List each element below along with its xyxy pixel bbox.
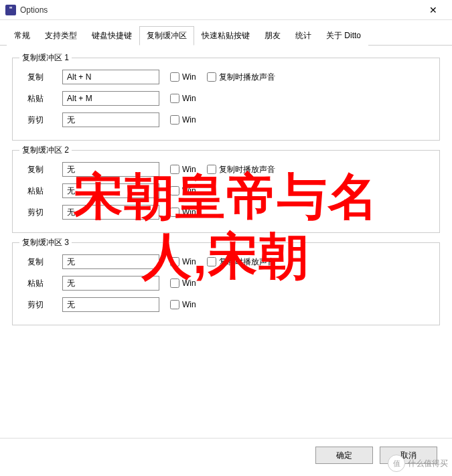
cut-win-checkbox[interactable]: Win: [170, 300, 196, 309]
copy-sound-checkbox[interactable]: 复制时播放声音: [207, 256, 275, 268]
copy-input[interactable]: [62, 70, 159, 84]
close-icon: ✕: [429, 5, 437, 15]
cut-input[interactable]: [62, 205, 159, 220]
tab-panel: 复制缓冲区 1 复制 Win 复制时播放声音 粘贴 Win 剪切 Win 复制缓…: [0, 46, 452, 325]
paste-win-checkbox[interactable]: Win: [170, 186, 196, 195]
button-bar: 确定 取消: [0, 438, 452, 464]
close-button[interactable]: ✕: [420, 0, 447, 20]
cut-label: 剪切: [22, 207, 62, 218]
buffer-group-2: 复制缓冲区 2 复制 Win 复制时播放声音 粘贴 Win 剪切 Win: [12, 150, 440, 233]
copy-row: 复制 Win 复制时播放声音: [22, 66, 430, 88]
cut-row: 剪切 Win: [22, 109, 430, 131]
cut-row: 剪切 Win: [22, 294, 430, 315]
cut-label: 剪切: [22, 114, 62, 126]
group-legend: 复制缓冲区 3: [19, 237, 72, 248]
paste-label: 粘贴: [22, 93, 62, 104]
app-icon: ": [5, 5, 16, 15]
paste-row: 粘贴 Win: [22, 272, 430, 294]
copy-win-checkbox[interactable]: Win: [170, 165, 196, 174]
cut-win-checkbox[interactable]: Win: [170, 208, 196, 217]
tab-shortcuts[interactable]: 键盘快捷键: [84, 26, 139, 46]
cut-input[interactable]: [62, 112, 159, 127]
tab-types[interactable]: 支持类型: [37, 26, 84, 46]
titlebar: " Options ✕: [0, 0, 452, 20]
group-legend: 复制缓冲区 1: [19, 52, 72, 64]
group-legend: 复制缓冲区 2: [19, 145, 72, 156]
copy-label: 复制: [22, 164, 62, 175]
paste-row: 粘贴 Win: [22, 180, 430, 202]
window-title: Options: [20, 5, 420, 15]
copy-sound-checkbox[interactable]: 复制时播放声音: [207, 72, 275, 83]
tab-quick-paste[interactable]: 快速粘贴按键: [194, 26, 257, 46]
copy-row: 复制 Win 复制时播放声音: [22, 251, 430, 272]
copy-win-checkbox[interactable]: Win: [170, 257, 196, 266]
paste-win-checkbox[interactable]: Win: [170, 279, 196, 288]
copy-sound-checkbox[interactable]: 复制时播放声音: [207, 164, 275, 175]
paste-win-checkbox[interactable]: Win: [170, 94, 196, 103]
copy-input[interactable]: [62, 162, 159, 177]
copy-win-checkbox[interactable]: Win: [170, 72, 196, 82]
watermark: 值 什么值得买: [388, 455, 448, 472]
tab-stats[interactable]: 统计: [288, 26, 319, 46]
tab-general[interactable]: 常规: [7, 26, 37, 46]
cut-row: 剪切 Win: [22, 202, 430, 223]
paste-input[interactable]: [62, 183, 159, 198]
copy-label: 复制: [22, 256, 62, 268]
tab-friends[interactable]: 朋友: [257, 26, 288, 46]
watermark-text: 什么值得买: [408, 458, 448, 469]
watermark-badge: 值: [388, 455, 405, 472]
copy-row: 复制 Win 复制时播放声音: [22, 159, 430, 180]
paste-row: 粘贴 Win: [22, 88, 430, 109]
paste-input[interactable]: [62, 276, 159, 291]
cut-input[interactable]: [62, 297, 159, 312]
copy-label: 复制: [22, 72, 62, 83]
tab-about[interactable]: 关于 Ditto: [319, 26, 368, 46]
buffer-group-3: 复制缓冲区 3 复制 Win 复制时播放声音 粘贴 Win 剪切 Win: [12, 242, 440, 325]
ok-button[interactable]: 确定: [315, 447, 373, 464]
copy-input[interactable]: [62, 254, 159, 269]
paste-input[interactable]: [62, 91, 159, 106]
tabstrip: 常规 支持类型 键盘快捷键 复制缓冲区 快速粘贴按键 朋友 统计 关于 Ditt…: [0, 20, 452, 46]
paste-label: 粘贴: [22, 278, 62, 289]
paste-label: 粘贴: [22, 185, 62, 197]
tab-copy-buffer[interactable]: 复制缓冲区: [139, 26, 194, 46]
cut-label: 剪切: [22, 299, 62, 311]
buffer-group-1: 复制缓冲区 1 复制 Win 复制时播放声音 粘贴 Win 剪切 Win: [12, 58, 440, 141]
cut-win-checkbox[interactable]: Win: [170, 115, 196, 125]
